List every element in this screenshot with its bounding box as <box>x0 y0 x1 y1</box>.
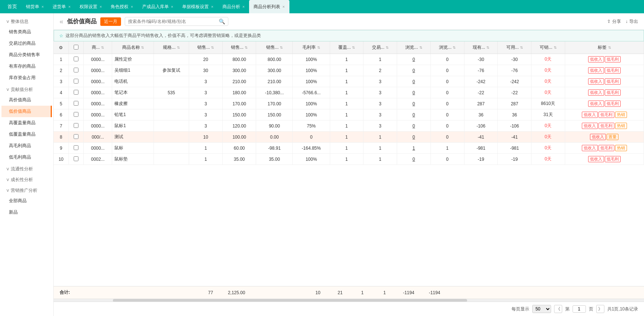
filter-button[interactable]: 近一月 <box>100 17 121 26</box>
row-gross: 100% <box>293 98 330 109</box>
row-spec: 参加复试 <box>154 65 189 76</box>
share-button[interactable]: ⇪ 分享 <box>607 18 621 25</box>
row-view1[interactable]: 0 <box>397 154 431 165</box>
sidebar-item-category-rate[interactable]: 商品分类销售率 <box>1 49 52 61</box>
footer-sale2: 2,125.00 <box>222 290 251 295</box>
close-sales[interactable]: × <box>41 4 44 9</box>
sidebar-item-all[interactable]: 全部商品 <box>1 195 52 207</box>
nav-home[interactable]: 首页 <box>3 0 21 13</box>
nav-analysis-list[interactable]: 商品分析列表 × <box>249 0 289 13</box>
col-checkbox[interactable] <box>68 41 83 54</box>
tag-label: 低收入 <box>588 78 604 85</box>
row-checkbox[interactable] <box>68 120 83 132</box>
col-cover[interactable]: 覆盖... ⇅ <box>330 41 363 54</box>
nav-template[interactable]: 单据模板设置 × <box>178 0 218 13</box>
per-page-select[interactable]: 50 100 200 <box>532 305 551 313</box>
sidebar-item-high-cover[interactable]: 高覆盖量商品 <box>1 117 52 129</box>
export-button[interactable]: ↓ 导出 <box>625 18 638 25</box>
close-role[interactable]: × <box>131 4 133 9</box>
first-page-button[interactable]: 《 <box>554 305 562 313</box>
row-days: 0天 <box>531 154 565 165</box>
search-icon[interactable]: 🔍 <box>219 18 225 24</box>
close-purchase[interactable]: × <box>68 4 70 9</box>
row-checkbox[interactable] <box>68 154 83 165</box>
close-template[interactable]: × <box>211 4 213 9</box>
row-checkbox[interactable] <box>68 109 83 120</box>
sidebar-item-high-margin[interactable]: 高毛利商品 <box>1 140 52 152</box>
table-row: 6 0000... 铅笔1 3 150.00 150.00 100% 1 3 0… <box>54 109 644 120</box>
col-stock1[interactable]: 现有... ⇅ <box>464 41 498 54</box>
col-sale3[interactable]: 销售... ⇅ <box>256 41 293 54</box>
row-view1[interactable]: 1 <box>397 143 431 154</box>
row-view1[interactable]: 0 <box>397 109 431 120</box>
row-view1[interactable]: 0 <box>397 76 431 87</box>
table-row: 8 000/... 测试 10 100.00 0.00 0 1 1 0 0 -4… <box>54 132 644 143</box>
col-sale1[interactable]: 销售... ⇅ <box>189 41 222 54</box>
col-tags[interactable]: 标签 ⇅ <box>565 41 644 54</box>
row-sale2: 150.00 <box>222 109 256 120</box>
col-trade[interactable]: 交易... ⇅ <box>363 41 397 54</box>
nav-analysis[interactable]: 商品分析 × <box>218 0 249 13</box>
row-sale3: 35.00 <box>256 154 293 165</box>
select-all-checkbox[interactable] <box>74 45 78 50</box>
row-view1[interactable]: 0 <box>397 54 431 65</box>
search-input[interactable] <box>128 19 219 24</box>
sidebar-item-low-margin[interactable]: 低毛利商品 <box>1 152 52 163</box>
row-view1[interactable]: 0 <box>397 98 431 109</box>
row-checkbox[interactable] <box>68 76 83 87</box>
sidebar-item-high-value[interactable]: 高价值商品 <box>1 94 52 106</box>
col-settings[interactable]: ⚙ <box>54 41 68 54</box>
row-checkbox[interactable] <box>68 132 83 143</box>
sidebar-item-low-cover[interactable]: 低覆盖量商品 <box>1 129 52 140</box>
nav-product-entry[interactable]: 产成品入库单 × <box>138 0 178 13</box>
row-cover: 1 <box>330 143 363 154</box>
row-view1[interactable]: 0 <box>397 132 431 143</box>
row-view1[interactable]: 0 <box>397 87 431 98</box>
row-sale3: -98.91 <box>256 143 293 154</box>
close-analysis[interactable]: × <box>242 4 245 9</box>
table-row: 4 0000... 笔记本 535 3 180.00 -10,380... -5… <box>54 87 644 98</box>
nav-purchase[interactable]: 进货单 × <box>48 0 75 13</box>
col-stock3[interactable]: 可销... ⇅ <box>531 41 565 54</box>
sidebar-item-new[interactable]: 新品 <box>1 207 52 218</box>
close-analysis-list[interactable]: × <box>282 4 285 9</box>
page-label: 第 <box>565 306 570 312</box>
col-spec[interactable]: 规格... ⇅ <box>154 41 189 54</box>
row-sale2: 100.00 <box>222 132 256 143</box>
row-view1[interactable]: 0 <box>397 120 431 132</box>
sidebar-group-growth[interactable]: ∨ 成长性分析 <box>1 174 52 184</box>
nav-permission[interactable]: 权限设置 × <box>75 0 106 13</box>
row-days: 0天 <box>531 143 565 154</box>
row-view1[interactable]: 0 <box>397 65 431 76</box>
sidebar-item-traded[interactable]: 交易过的商品 <box>1 38 52 49</box>
tag-label: 置量 <box>607 134 618 140</box>
nav-sales[interactable]: 销货单 × <box>21 0 48 13</box>
row-no: 5 <box>54 98 68 109</box>
col-sale2[interactable]: 销售... ⇅ <box>222 41 256 54</box>
sidebar-item-low-value[interactable]: 低价值商品 <box>1 106 52 117</box>
sidebar-item-capital[interactable]: 库存资金占用 <box>1 72 52 84</box>
sidebar-item-stock[interactable]: 有库存的商品 <box>1 61 52 72</box>
col-view1[interactable]: 浏览... ⇅ <box>397 41 431 54</box>
collapse-icon[interactable]: « <box>60 18 63 26</box>
col-view2[interactable]: 浏览... ⇅ <box>430 41 464 54</box>
row-checkbox[interactable] <box>68 98 83 109</box>
row-checkbox[interactable] <box>68 54 83 65</box>
col-code[interactable]: 商... ⇅ <box>84 41 112 54</box>
nav-role[interactable]: 角色授权 × <box>106 0 137 13</box>
row-checkbox[interactable] <box>68 87 83 98</box>
col-gross[interactable]: 毛利率 ⇅ <box>293 41 330 54</box>
row-trade: 1 <box>363 143 397 154</box>
row-checkbox[interactable] <box>68 65 83 76</box>
row-checkbox[interactable] <box>68 143 83 154</box>
total-label: 共1页,10条记录 <box>607 306 638 312</box>
page-input[interactable] <box>573 305 586 313</box>
close-permission[interactable]: × <box>100 4 102 9</box>
col-name[interactable]: 商品名称 ⇅ <box>112 41 154 54</box>
col-stock2[interactable]: 可用... ⇅ <box>498 41 531 54</box>
sidebar-item-sales-products[interactable]: 销售类商品 <box>1 26 52 38</box>
sidebar-group-flow[interactable]: ∨ 流通性分析 <box>1 163 52 174</box>
last-page-button[interactable]: 》 <box>596 305 604 313</box>
footer-totals: 合计: 77 2,125.00 10 21 1 1 -1194 -1194 <box>54 286 644 299</box>
close-product-entry[interactable]: × <box>171 4 173 9</box>
